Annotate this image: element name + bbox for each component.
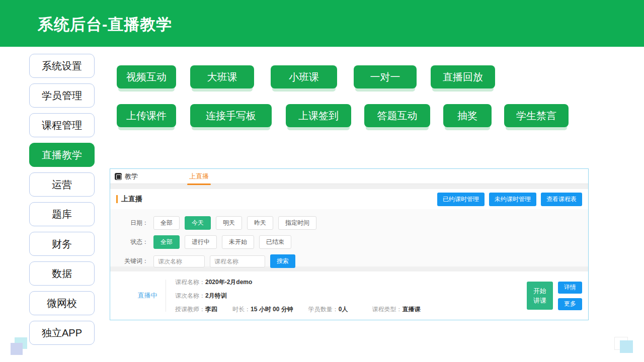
filter-status-row: 状态： 全部 进行中 未开始 已结束 [122,235,588,249]
feature-quiz-interaction[interactable]: 答题互动 [364,104,430,127]
feature-row-1: 视频互动 大班课 小班课 一对一 直播回放 [117,65,495,88]
header-banner: 系统后台-直播教学 [0,0,644,47]
lesson-name-value: 2月特训 [205,292,227,300]
teacher-label: 授课教师： [175,305,205,314]
course-type-value: 直播课 [402,305,420,314]
status-option-ongoing[interactable]: 进行中 [185,235,217,249]
detail-button[interactable]: 详情 [558,282,582,294]
decoration-square-cyan-right [620,340,633,353]
teacher-value: 李四 [205,305,217,314]
duration-label: 时长： [232,305,251,314]
section-actions: 已约课时管理 未约课时管理 查看课程表 [437,193,582,206]
section-title: 上直播 [116,195,142,204]
page-title: 系统后台-直播教学 [38,14,172,35]
sidebar-item-course-management[interactable]: 课程管理 [29,113,95,137]
row-divider [166,280,166,312]
filter-keyword-label: 关键词： [122,257,148,265]
start-teaching-button[interactable]: 开始讲课 [527,282,553,310]
date-option-today[interactable]: 今天 [185,216,211,230]
feature-small-class[interactable]: 小班课 [271,65,337,88]
filter-date-row: 日期： 全部 今天 明天 昨天 指定时间 [122,216,588,230]
more-button[interactable]: 更多 [558,298,582,310]
teaching-app-icon [115,173,122,180]
section-header: 上直播 已约课时管理 未约课时管理 查看课程表 [110,189,588,209]
course-meta-line: 授课教师： 李四 时长： 15 小时 00 分钟 学员数量： 0人 课程类型： … [175,303,420,316]
filter-status-label: 状态： [122,238,148,246]
feature-lottery[interactable]: 抽奖 [443,104,492,127]
course-list-row: 直播中 课程名称： 2020年-2月demo 课次名称： 2月特训 授课教师： … [110,272,588,320]
date-option-yesterday[interactable]: 昨天 [247,216,273,230]
sidebar-item-finance[interactable]: 财务 [29,232,95,256]
filter-card: 日期： 全部 今天 明天 昨天 指定时间 状态： 全部 进行中 未开始 已结束 … [110,209,588,266]
feature-one-on-one[interactable]: 一对一 [354,65,417,88]
feature-class-signin[interactable]: 上课签到 [286,104,351,127]
date-option-tomorrow[interactable]: 明天 [216,216,242,230]
date-option-custom[interactable]: 指定时间 [278,216,316,230]
sidebar-item-micro-school[interactable]: 微网校 [29,291,95,315]
sidebar-item-student-management[interactable]: 学员管理 [29,83,95,108]
feature-student-mute[interactable]: 学生禁言 [504,104,569,127]
feature-row-2: 上传课件 连接手写板 上课签到 答题互动 抽奖 学生禁言 [117,104,569,127]
sidebar-item-system-settings[interactable]: 系统设置 [29,54,95,78]
lesson-name-input[interactable] [153,255,205,267]
view-timetable-button[interactable]: 查看课程表 [541,193,582,206]
status-option-all[interactable]: 全部 [153,235,180,249]
row-actions: 开始讲课 详情 更多 [527,282,582,310]
status-option-not-started[interactable]: 未开始 [222,235,254,249]
sidebar-item-data[interactable]: 数据 [29,261,95,286]
lesson-name-label: 课次名称： [175,292,205,300]
sidebar-item-question-bank[interactable]: 题库 [29,202,95,226]
sidebar-item-standalone-app[interactable]: 独立APP [29,321,95,345]
feature-upload-courseware[interactable]: 上传课件 [117,104,176,127]
lesson-name-line: 课次名称： 2月特训 [175,289,420,303]
admin-panel: 教学 上直播 上直播 已约课时管理 未约课时管理 查看课程表 日期： 全部 今天… [110,168,589,320]
sidebar-item-live-teaching[interactable]: 直播教学 [29,143,95,167]
course-name-line: 课程名称： 2020年-2月demo [175,276,420,289]
course-name-label: 课程名称： [175,278,205,287]
status-option-ended[interactable]: 已结束 [259,235,291,249]
course-type-label: 课程类型： [372,305,402,314]
feature-live-replay[interactable]: 直播回放 [431,65,495,88]
students-value: 0人 [339,305,348,314]
filter-keyword-row: 关键词： 搜索 [122,254,588,268]
students-label: 学员数量： [308,305,339,314]
sidebar-item-operations[interactable]: 运营 [29,172,95,197]
sidebar: 系统设置 学员管理 课程管理 直播教学 运营 题库 财务 数据 微网校 独立AP… [29,54,95,350]
feature-video-interaction[interactable]: 视频互动 [117,65,176,88]
decoration-square-purple-left [11,343,23,355]
panel-tabbar: 教学 上直播 [110,169,588,184]
unbooked-lessons-button[interactable]: 未约课时管理 [489,193,536,206]
teaching-app-label: 教学 [125,172,138,181]
tab-live-broadcast[interactable]: 上直播 [189,169,209,184]
course-name-value: 2020年-2月demo [205,278,252,287]
booked-lessons-button[interactable]: 已约课时管理 [437,193,485,206]
feature-handwriting-board[interactable]: 连接手写板 [190,104,272,127]
course-detail: 课程名称： 2020年-2月demo 课次名称： 2月特训 授课教师： 李四 时… [175,276,420,316]
date-option-all[interactable]: 全部 [153,216,180,230]
feature-large-class[interactable]: 大班课 [190,65,254,88]
live-status-badge: 直播中 [129,291,166,300]
duration-value: 15 小时 00 分钟 [251,305,293,314]
course-name-input[interactable] [210,255,265,267]
filter-date-label: 日期： [122,219,148,227]
search-button[interactable]: 搜索 [270,254,295,268]
